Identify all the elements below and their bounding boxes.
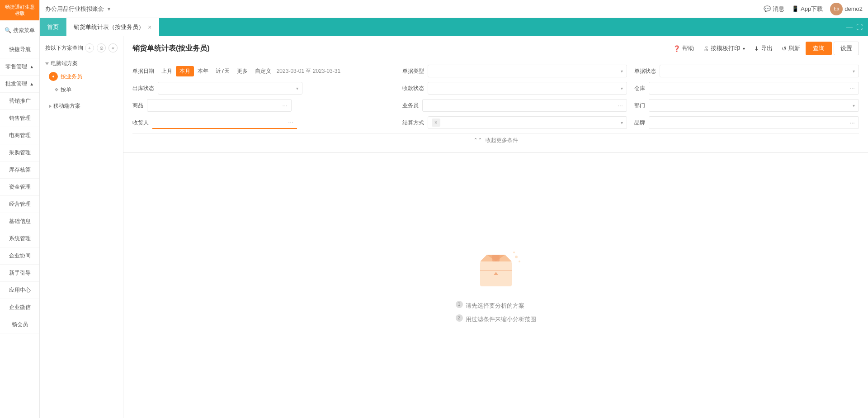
scheme-item-salesperson-label: 按业务员 xyxy=(61,73,82,81)
salesperson-dots[interactable]: ··· xyxy=(618,102,623,109)
brand-dots[interactable]: ··· xyxy=(849,119,855,126)
app-download-btn[interactable]: 📱 App下载 xyxy=(792,5,823,13)
doc-status-select[interactable]: ▾ xyxy=(660,65,859,77)
empty-text: 1 请先选择要分析的方案 2 用过滤条件来缩小分析范围 xyxy=(456,300,536,325)
last-7days-btn[interactable]: 近7天 xyxy=(212,66,233,76)
custom-date-btn[interactable]: 自定义 xyxy=(251,66,275,76)
date-filter-buttons: 上月 本月 本年 近7天 更多 自定义 2023-03-01 至 2023-03… xyxy=(158,66,340,76)
goods-dots[interactable]: ··· xyxy=(282,102,288,109)
help-btn[interactable]: ❓ 帮助 xyxy=(670,43,698,54)
add-scheme-btn[interactable]: + xyxy=(85,43,94,52)
dept-field: 部门 ▾ xyxy=(634,99,859,112)
settlement-tag: × xyxy=(432,119,440,127)
brand-field: 品牌 ··· xyxy=(634,116,859,129)
last-month-btn[interactable]: 上月 xyxy=(158,66,176,76)
logo-text: 畅捷通好生意 标版 xyxy=(2,4,38,17)
more-date-btn[interactable]: 更多 xyxy=(233,66,251,76)
tab-minimize-icon[interactable]: — xyxy=(846,24,853,31)
sidebar-item-app-center[interactable]: 应用中心 xyxy=(0,282,39,299)
sidebar-item-basic[interactable]: 基础信息 xyxy=(0,213,39,230)
avatar: Ea xyxy=(830,3,843,15)
settlement-tag-close[interactable]: × xyxy=(434,119,438,126)
scheme-active-icon: ● xyxy=(49,72,58,81)
mobile-scheme-header[interactable]: 移动端方案 xyxy=(40,100,123,113)
this-year-btn[interactable]: 本年 xyxy=(194,66,212,76)
pc-scheme-arrow xyxy=(45,62,49,65)
scheme-item-by-salesperson[interactable]: ● 按业务员 xyxy=(40,69,123,84)
topbar-title: 办公用品行业模拟账套 xyxy=(45,5,104,13)
doc-type-arrow: ▾ xyxy=(621,69,623,74)
operation-label: 经营管理 xyxy=(9,201,31,207)
collapse-scheme-btn[interactable]: « xyxy=(108,43,118,52)
doc-status-field: 单据状态 ▾ xyxy=(634,65,859,77)
mobile-scheme-arrow xyxy=(49,104,52,108)
export-btn[interactable]: ⬇ 导出 xyxy=(750,43,776,54)
sidebar-item-finance[interactable]: 资金管理 xyxy=(0,179,39,196)
svg-point-3 xyxy=(515,256,518,258)
filter-row-2: 出库状态 ▾ 收款状态 ▾ 仓库 xyxy=(132,82,859,95)
sidebar-item-enterprise[interactable]: 企业协同 xyxy=(0,247,39,265)
help-label: 帮助 xyxy=(682,44,694,52)
refresh-btn[interactable]: ↺ 刷新 xyxy=(778,43,804,54)
basic-label: 基础信息 xyxy=(9,218,31,224)
search-menu-item[interactable]: 🔍 搜索菜单 xyxy=(0,20,39,41)
sidebar-item-inventory[interactable]: 库存核算 xyxy=(0,162,39,179)
print-dropdown-arrow[interactable]: ▾ xyxy=(743,46,745,51)
payment-status-field: 收款状态 ▾ xyxy=(402,82,627,95)
sidebar-item-ecommerce[interactable]: 电商管理 xyxy=(0,127,39,144)
user-avatar-area[interactable]: Ea demo2 xyxy=(830,3,863,15)
collapse-up-icon: ⌃⌃ xyxy=(473,137,482,143)
print-btn[interactable]: 🖨 按模板打印 ▾ xyxy=(699,43,749,54)
doc-type-field: 单据类型 ▾ xyxy=(402,65,627,77)
out-status-select[interactable]: ▾ xyxy=(158,82,302,95)
retail-label: 零售管理 xyxy=(5,63,27,70)
settlement-label: 结算方式 xyxy=(402,119,424,127)
tab-home[interactable]: 首页 xyxy=(40,18,66,36)
receiver-field: 收货人 ··· xyxy=(132,116,402,129)
content-area: 按以下方案查询 + ⊙ « 电脑端方案 ● 按业务员 ❖ 按单 xyxy=(40,36,868,418)
scheme-subitem-by-order[interactable]: ❖ 按单 xyxy=(40,84,123,96)
sidebar-item-system[interactable]: 系统管理 xyxy=(0,230,39,247)
empty-state: 1 请先选择要分析的方案 2 用过滤条件来缩小分析范围 xyxy=(123,153,868,418)
query-btn[interactable]: 查询 xyxy=(806,42,832,55)
tab-maximize-icon[interactable]: ⛶ xyxy=(856,24,863,31)
sidebar-item-corp-wechat[interactable]: 企业微信 xyxy=(0,299,39,316)
sidebar-item-retail[interactable]: 零售管理 ▲ xyxy=(0,58,39,76)
svg-point-5 xyxy=(519,261,520,262)
this-month-btn[interactable]: 本月 xyxy=(176,66,194,76)
sidebar-item-sales[interactable]: 销售管理 xyxy=(0,110,39,127)
settlement-select[interactable]: × ▾ xyxy=(428,116,627,129)
warehouse-dots[interactable]: ··· xyxy=(849,85,855,92)
receiver-dots[interactable]: ··· xyxy=(288,119,293,126)
dept-select[interactable]: ▾ xyxy=(649,99,859,112)
brand-label: 品牌 xyxy=(634,119,645,127)
filter-area: 单据日期 上月 本月 本年 近7天 更多 自定义 2023-03-01 至 20… xyxy=(123,59,868,153)
system-label: 系统管理 xyxy=(9,235,31,242)
edit-scheme-btn[interactable]: ⊙ xyxy=(97,43,106,52)
filter-row-4: 收货人 ··· 结算方式 × ▾ xyxy=(132,116,859,129)
collapse-bar[interactable]: ⌃⌃ 收起更多条件 xyxy=(132,133,859,147)
payment-status-select[interactable]: ▾ xyxy=(428,82,627,95)
sidebar-item-wholesale[interactable]: 批发管理 ▲ xyxy=(0,76,39,93)
tabbar: 首页 销货单统计表（按业务员） × — ⛶ xyxy=(40,18,868,36)
app-logo[interactable]: 畅捷通好生意 标版 xyxy=(0,0,39,20)
sidebar-item-member[interactable]: 畅会员 xyxy=(0,316,39,333)
sidebar-item-marketing[interactable]: 营销推广 xyxy=(0,93,39,110)
doc-type-select[interactable]: ▾ xyxy=(428,65,627,77)
message-btn[interactable]: 💬 消息 xyxy=(764,5,784,13)
salesperson-field: 业务员 ··· xyxy=(402,99,627,112)
settings-btn[interactable]: 设置 xyxy=(834,42,859,55)
corp-wechat-label: 企业微信 xyxy=(9,304,31,310)
sidebar-item-operation[interactable]: 经营管理 xyxy=(0,196,39,213)
topbar-dropdown-icon[interactable]: ▾ xyxy=(108,6,110,12)
inventory-label: 库存核算 xyxy=(9,166,31,173)
tab-sales-stat[interactable]: 销货单统计表（按业务员） × xyxy=(66,18,159,36)
pc-scheme-header[interactable]: 电脑端方案 xyxy=(40,58,123,69)
ecommerce-label: 电商管理 xyxy=(9,132,31,138)
sidebar-item-purchase[interactable]: 采购管理 xyxy=(0,144,39,162)
sidebar-item-newbie[interactable]: 新手引导 xyxy=(0,265,39,282)
settlement-field: 结算方式 × ▾ xyxy=(402,116,627,129)
sidebar-item-quick-nav[interactable]: 快捷导航 xyxy=(0,41,39,58)
export-label: 导出 xyxy=(761,44,773,52)
tab-close-icon[interactable]: × xyxy=(148,24,151,31)
